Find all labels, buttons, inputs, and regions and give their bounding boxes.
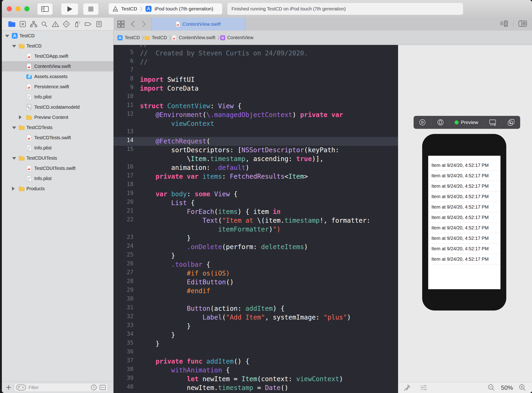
zoom-window-button[interactable] (24, 6, 29, 11)
preview-on-device-button[interactable] (437, 119, 444, 126)
list-item[interactable]: Item at 9/24/20, 4:52:17 PM (431, 223, 500, 233)
code-line-23[interactable]: 23 } (113, 234, 398, 243)
code-line-6[interactable]: 6// (113, 58, 398, 67)
breadcrumb-testcd[interactable]: TestCD (117, 35, 140, 40)
list-item[interactable]: Item at 9/24/20, 4:52:17 PM (431, 192, 500, 202)
code-line-12[interactable]: 12 @Environment(\.managedObjectContext) … (113, 111, 398, 119)
list-item[interactable]: Item at 9/24/20, 4:52:17 PM (431, 212, 500, 223)
code-line-28[interactable]: 28 EditButton() (113, 278, 398, 287)
file-row-testcdtests[interactable]: TestCDTests (2, 122, 113, 133)
back-button-icon[interactable] (129, 20, 137, 28)
code-line-wrap[interactable]: viewContext (113, 119, 398, 128)
code-line-25[interactable]: 25 } (113, 251, 398, 260)
list-item[interactable]: Item at 9/24/20, 4:52:17 PM (431, 202, 500, 212)
breadcrumb-contentview[interactable]: SContentView (220, 35, 254, 40)
code-line-20[interactable]: 20 List { (113, 199, 398, 207)
disclosure-open-icon[interactable] (12, 127, 16, 129)
code-line-18[interactable]: 18 (113, 181, 398, 190)
filter-options-icon[interactable] (16, 384, 26, 390)
code-line-37[interactable]: 37 private func addItem() { (113, 357, 398, 366)
code-line-15[interactable]: 15 sortDescriptors: [NSSortDescriptor(ke… (113, 146, 398, 155)
list-item[interactable]: Item at 9/24/20, 4:52:17 PM (431, 244, 500, 254)
minimize-window-button[interactable] (15, 6, 21, 11)
jump-bar[interactable]: TestCD〉TestCD〉ContentView.swift〉SContent… (113, 31, 532, 45)
symbol-navigator-icon[interactable] (30, 21, 38, 28)
list-item[interactable]: Item at 9/24/20, 4:52:17 PM (431, 181, 500, 192)
project-navigator-icon[interactable] (8, 21, 16, 28)
stop-button[interactable] (83, 3, 99, 15)
adjust-preview-icon[interactable] (419, 384, 428, 392)
code-line-7[interactable]: 7 (113, 67, 398, 75)
code-line-19[interactable]: 19 var body: some View { (113, 190, 398, 199)
find-navigator-icon[interactable] (41, 21, 49, 28)
zoom-out-button[interactable] (488, 384, 495, 392)
preview-device-screen[interactable]: Item at 9/24/20, 4:52:17 PMItem at 9/24/… (428, 156, 500, 289)
list-item[interactable]: Item at 9/24/20, 4:52:17 PM (431, 233, 500, 244)
code-line-17[interactable]: 17 private var items: FetchedResults<Ite… (113, 172, 398, 181)
code-line-26[interactable]: 26 .toolbar { (113, 260, 398, 269)
code-line-33[interactable]: 33 } (113, 322, 398, 331)
list-item[interactable]: Item at 9/24/20, 4:52:17 PM (431, 160, 500, 171)
code-line-31[interactable]: 31 Button(action: addItem) { (113, 304, 398, 313)
source-control-navigator-icon[interactable] (19, 21, 27, 28)
live-preview-button[interactable] (419, 119, 426, 126)
code-line-16[interactable]: 16 animation: .default) (113, 163, 398, 172)
code-line-9[interactable]: 9import CoreData (113, 84, 398, 93)
file-row-preview-content[interactable]: Preview Content (2, 112, 113, 122)
code-line-14[interactable]: 14 @FetchRequest( (113, 137, 398, 146)
breakpoint-navigator-icon[interactable] (84, 21, 92, 28)
code-line-29[interactable]: 29 #endif (113, 287, 398, 295)
code-line-35[interactable]: 35 } (113, 339, 398, 348)
add-file-button[interactable] (5, 383, 12, 391)
code-line-36[interactable]: 36 (113, 348, 398, 357)
source-editor[interactable]: 4//5// Created by Steven Curtis on 24/09… (113, 45, 398, 393)
code-line-30[interactable]: 30 (113, 295, 398, 304)
forward-button-icon[interactable] (140, 20, 148, 28)
file-row-info-plist[interactable]: Info.plist (2, 92, 113, 102)
test-navigator-icon[interactable] (62, 21, 70, 28)
file-row-products[interactable]: Products (2, 183, 113, 194)
code-line-24[interactable]: 24 .onDelete(perform: deleteItems) (113, 243, 398, 251)
preview-environment-button[interactable] (489, 118, 497, 126)
code-line-27[interactable]: 27 #if os(iOS) (113, 269, 398, 278)
code-line-4[interactable]: 4// (113, 45, 398, 49)
tab-contentview-swift[interactable]: ContentView.swift (151, 18, 245, 31)
code-line-34[interactable]: 34 } (113, 331, 398, 339)
file-row-info-plist[interactable]: Info.plist (2, 143, 113, 153)
disclosure-closed-icon[interactable] (12, 187, 15, 191)
editor-options-icon[interactable] (499, 20, 509, 28)
related-items-icon[interactable] (117, 20, 125, 28)
file-row-testcdtests-swift[interactable]: TestCDTests.swift (2, 133, 113, 143)
file-row-testcduitests[interactable]: TestCDUITests (2, 153, 113, 163)
file-row-assets-xcassets[interactable]: Assets.xcassets (2, 71, 113, 82)
file-row-testcd[interactable]: TestCD (2, 31, 113, 41)
list-item[interactable]: Item at 9/24/20, 4:52:17 PM (431, 254, 500, 264)
file-row-testcd-xcdatamodeld[interactable]: TestCD.xcdatamodeld (2, 102, 113, 112)
file-row-info-plist[interactable]: Info.plist (2, 173, 113, 183)
disclosure-open-icon[interactable] (12, 157, 16, 160)
file-row-testcdapp-swift[interactable]: TestCDApp.swift (2, 51, 113, 61)
code-line-10[interactable]: 10 (113, 93, 398, 102)
run-button[interactable] (61, 3, 78, 15)
breadcrumb-contentview-swift[interactable]: ContentView.swift (171, 35, 215, 40)
code-line-21[interactable]: 21 ForEach(items) { item in (113, 207, 398, 216)
file-row-contentview-swift[interactable]: ContentView.swift (2, 61, 113, 71)
disclosure-open-icon[interactable] (5, 35, 9, 37)
breadcrumb-testcd[interactable]: TestCD (144, 35, 167, 40)
report-navigator-icon[interactable] (95, 21, 103, 28)
close-window-button[interactable] (7, 6, 12, 11)
code-line-8[interactable]: 8import SwiftUI (113, 75, 398, 84)
toggle-navigator-button[interactable] (37, 3, 53, 15)
file-row-testcd[interactable]: TestCD (2, 41, 113, 51)
add-editor-icon[interactable] (518, 20, 528, 28)
code-line-38[interactable]: 38 withAnimation { (113, 366, 398, 375)
file-row-persistence-swift[interactable]: Persistence.swift (2, 82, 113, 92)
zoom-in-button[interactable] (518, 384, 527, 392)
recent-files-icon[interactable] (91, 384, 97, 391)
disclosure-open-icon[interactable] (12, 45, 16, 48)
pin-preview-icon[interactable] (403, 384, 411, 392)
code-line-13[interactable]: 13 (113, 128, 398, 137)
code-line-39[interactable]: 39 let newItem = Item(context: viewConte… (113, 375, 398, 383)
scheme-selector[interactable]: TestCD 〉 iPod touch (7th generation) (108, 3, 222, 15)
issue-navigator-icon[interactable] (51, 21, 59, 28)
